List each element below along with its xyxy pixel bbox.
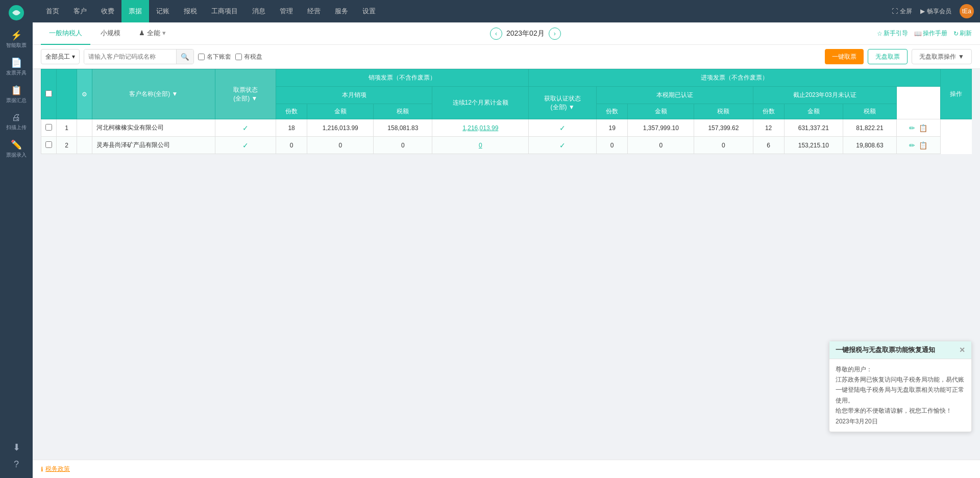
table-row: 2 灵寿县尚泽矿产品有限公司 ✓ 0 0 0 0 ✓ 0 0 0 6 153,2…	[41, 137, 972, 154]
th-uncert-qty: 份数	[753, 104, 784, 119]
tab-small-scale[interactable]: 小规模	[92, 22, 129, 45]
th-cert-status: 获取认证状态(全部) ▼	[529, 87, 597, 119]
no-disk-ops-button[interactable]: 无盘取票操作 ▼	[912, 49, 972, 64]
nav-message[interactable]: 消息	[245, 0, 273, 22]
refresh-button[interactable]: ↻ 刷新	[953, 29, 972, 38]
th-fetch-status: 取票状态(全部) ▼	[215, 69, 276, 119]
nav-customer[interactable]: 客户	[66, 0, 94, 22]
dropdown-icon: ▾	[72, 53, 75, 60]
th-rownum	[57, 69, 77, 119]
no-disk-fetch-button[interactable]: 无盘取票	[868, 49, 908, 64]
nav-management[interactable]: 管理	[273, 0, 300, 22]
row2-view-icon[interactable]: 📋	[919, 141, 927, 149]
fullscreen-icon: ⛶	[892, 8, 898, 15]
nav-invoice[interactable]: 票据	[121, 0, 149, 22]
notification-header: 一键报税与无盘取票功能恢复通知 ✕	[829, 341, 971, 359]
row1-cumulative[interactable]: 1,216,013.99	[432, 119, 529, 137]
row2-fetch-status: ✓	[215, 137, 276, 154]
th-cert-amount: 金额	[628, 104, 694, 119]
scan-upload-label: 扫描上传	[6, 124, 27, 131]
th-purchase-invoice-group: 进项发票（不含作废票）	[529, 69, 940, 87]
topnav-right: ⛶ 全屏 ▶ 畅享会员 tEa	[892, 4, 974, 18]
notification-close-button[interactable]: ✕	[959, 346, 965, 354]
th-checkbox	[41, 69, 57, 119]
tab-right-actions: ☆ 新手引导 📖 操作手册 ↻ 刷新	[877, 29, 972, 38]
th-gear: ⚙	[77, 69, 92, 119]
help-icon[interactable]: ?	[14, 459, 19, 470]
th-cert-tax: 税额	[694, 104, 753, 119]
sidebar-item-invoice-summary[interactable]: 📋 票据汇总	[0, 81, 33, 108]
manual-button[interactable]: 📖 操作手册	[914, 29, 947, 38]
row2-edit-icon[interactable]: ✏	[909, 141, 915, 149]
smart-fetch-label: 智能取票	[6, 42, 27, 49]
nav-business[interactable]: 工商项目	[204, 0, 245, 22]
data-entry-icon: ✏️	[11, 139, 22, 150]
notification-popup: 一键报税与无盘取票功能恢复通知 ✕ 尊敬的用户： 江苏政务网已恢复访问电子税务局…	[829, 341, 972, 432]
nav-service[interactable]: 服务	[328, 0, 355, 22]
row1-edit-icon[interactable]: ✏	[909, 124, 915, 132]
refresh-icon: ↻	[953, 30, 959, 37]
table-row: 1 河北柯橡橡实业有限公司 ✓ 18 1,216,013.99 158,081.…	[41, 119, 972, 137]
nav-operation[interactable]: 经营	[300, 0, 328, 22]
scan-upload-icon: 🖨	[12, 112, 21, 123]
row2-actions: ✏ 📋	[896, 137, 940, 154]
row2-cert-status: ✓	[529, 137, 597, 154]
row2-customer: 灵寿县尚泽矿产品有限公司	[92, 137, 215, 154]
nav-bookkeeping[interactable]: 记账	[149, 0, 177, 22]
th-qty: 份数	[276, 104, 307, 119]
member-button[interactable]: ▶ 畅享会员	[920, 7, 951, 16]
table-body: 1 河北柯橡橡实业有限公司 ✓ 18 1,216,013.99 158,081.…	[41, 119, 972, 154]
sidebar-item-data-entry[interactable]: ✏️ 票据录入	[0, 135, 33, 163]
user-avatar[interactable]: tEa	[960, 4, 974, 18]
staff-selector[interactable]: 全部员工 ▾	[41, 49, 80, 64]
row1-gear	[77, 119, 92, 137]
select-all-checkbox[interactable]	[45, 90, 52, 97]
th-before-2023: 截止2023年03月未认证	[753, 87, 896, 104]
row1-cert-amount: 1,357,999.10	[628, 119, 694, 137]
table-header-group1: ⚙ 客户名称(全部) ▼ 取票状态(全部) ▼ 销项发票（不含作废票） 进项发票…	[41, 69, 972, 87]
one-click-fetch-button[interactable]: 一键取票	[825, 49, 864, 64]
tab-all[interactable]: ♟ 全能 ▾	[131, 22, 174, 45]
th-customer: 客户名称(全部) ▼	[92, 69, 215, 119]
nav-settings[interactable]: 设置	[355, 0, 383, 22]
toolbar-right: 一键取票 无盘取票 无盘取票操作 ▼	[825, 49, 972, 64]
row1-actions: ✏ 📋	[896, 119, 940, 137]
staff-label: 全部员工	[45, 53, 70, 61]
sidebar-item-smart-fetch[interactable]: ⚡ 智能取票	[0, 26, 33, 53]
logo	[0, 0, 33, 26]
row1-cert-tax: 157,399.62	[694, 119, 753, 137]
download-icon[interactable]: ⬇	[13, 442, 20, 453]
top-navigation: 首页 客户 收费 票据 记账 报税 工商项目 消息 管理 经营 服务 设置 ⛶ …	[33, 0, 980, 22]
nav-collection[interactable]: 收费	[94, 0, 121, 22]
tax-policy-link[interactable]: 税务政策	[45, 465, 70, 473]
th-current-month: 本月销项	[276, 87, 432, 104]
row1-customer: 河北柯橡橡实业有限公司	[92, 119, 215, 137]
th-amount: 金额	[307, 104, 374, 119]
row2-cumulative[interactable]: 0	[432, 137, 529, 154]
info-icon: ℹ	[41, 466, 43, 473]
row2-qty: 0	[276, 137, 307, 154]
new-guide-button[interactable]: ☆ 新手引导	[877, 29, 908, 38]
sidebar-item-scan-upload[interactable]: 🖨 扫描上传	[0, 108, 33, 135]
row1-view-icon[interactable]: 📋	[919, 124, 927, 132]
fullscreen-button[interactable]: ⛶ 全屏	[892, 7, 912, 16]
next-month-button[interactable]: ›	[549, 28, 561, 40]
search-input[interactable]	[84, 49, 176, 64]
sub-account-checkbox[interactable]: 名下账套	[198, 53, 231, 61]
sidebar-bottom: ⬇ ?	[13, 442, 20, 478]
th-cumulative: 连续12个月累计金额	[432, 87, 529, 119]
prev-month-button[interactable]: ‹	[490, 28, 502, 40]
tab-general-taxpayer[interactable]: 一般纳税人	[41, 22, 90, 45]
sidebar: ⚡ 智能取票 📄 发票开具 📋 票据汇总 🖨 扫描上传 ✏️ 票据录入 ⬇ ?	[0, 0, 33, 478]
tax-disk-checkbox[interactable]: 有税盘	[235, 53, 262, 61]
search-wrap: 🔍	[84, 49, 194, 64]
search-button[interactable]: 🔍	[176, 49, 193, 64]
nav-tax[interactable]: 报税	[177, 0, 204, 22]
toolbar: 全部员工 ▾ 🔍 名下账套 有税盘 一键取票 无盘取票 无盘取票操作 ▼	[33, 45, 980, 69]
data-entry-label: 票据录入	[6, 152, 27, 159]
nav-home[interactable]: 首页	[39, 0, 66, 22]
sidebar-item-issue-invoice[interactable]: 📄 发票开具	[0, 53, 33, 81]
play-icon: ▶	[920, 8, 925, 15]
th-action: 操作	[940, 69, 971, 119]
row1-tax: 158,081.83	[374, 119, 432, 137]
